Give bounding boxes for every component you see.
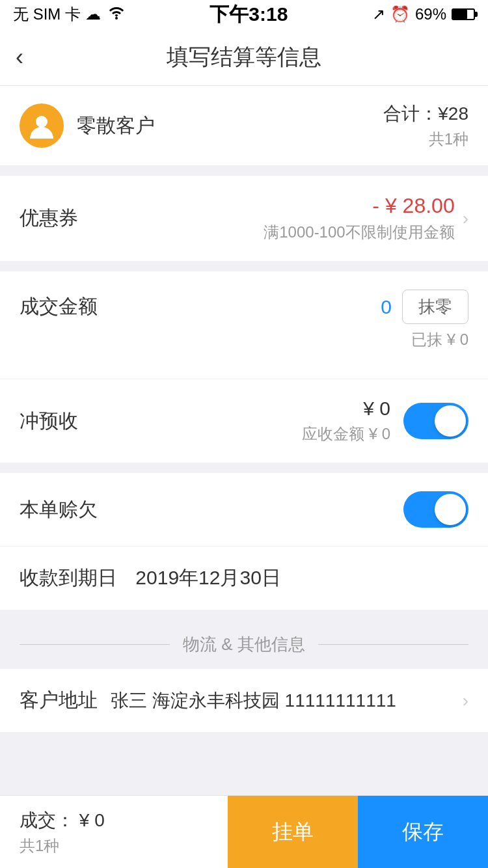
status-right: ↗ ⏰ 69%: [372, 5, 475, 23]
bottom-deal-value: ¥ 0: [79, 810, 105, 830]
customer-count: 共1种: [383, 129, 468, 150]
customer-summary: 合计：¥28 共1种: [383, 102, 468, 150]
customer-name: 零散客户: [77, 113, 155, 139]
due-date-label: 收款到期日: [20, 567, 117, 588]
due-date-content: 收款到期日 2019年12月30日: [20, 565, 468, 591]
bottom-bar: 成交： ¥ 0 共1种 挂单 保存: [0, 795, 488, 868]
battery-percent: 69%: [415, 5, 446, 23]
status-left: 无 SIM 卡 ☁: [13, 4, 126, 25]
coupon-row[interactable]: 优惠券 - ¥ 28.00 满1000-100不限制使用金额 ›: [0, 176, 488, 261]
content: 零散客户 合计：¥28 共1种 优惠券 - ¥ 28.00 满1000-100不…: [0, 86, 488, 810]
coupon-amount: - ¥ 28.00: [264, 194, 454, 218]
prepay-label: 冲预收: [20, 408, 78, 435]
avatar: [20, 103, 64, 148]
address-chevron-icon: ›: [463, 690, 468, 711]
customer-row: 零散客户 合计：¥28 共1种: [0, 86, 488, 165]
debt-row: 本单赊欠: [0, 473, 488, 546]
chevron-right-icon: ›: [463, 208, 468, 229]
logistics-divider: 物流 & 其他信息: [0, 620, 488, 669]
bottom-deal-label: 成交：: [20, 810, 74, 830]
prepay-row: 冲预收 ¥ 0 应收金额 ¥ 0: [0, 379, 488, 463]
round-zero-button[interactable]: 抹零: [402, 290, 468, 324]
prepay-right: ¥ 0 应收金额 ¥ 0: [302, 398, 468, 444]
coupon-right: - ¥ 28.00 满1000-100不限制使用金额: [264, 194, 454, 243]
svg-point-0: [115, 17, 118, 20]
coupon-desc: 满1000-100不限制使用金额: [264, 222, 454, 243]
debt-label: 本单赊欠: [20, 496, 98, 523]
nav-bar: ‹ 填写结算等信息: [0, 29, 488, 86]
debt-toggle-knob: [435, 494, 466, 525]
deal-amount-section: 成交金额 0 抹零 已抹 ¥ 0 冲预收 ¥ 0 应收金额 ¥ 0: [0, 271, 488, 463]
deal-amount-label: 成交金额: [20, 293, 98, 320]
status-bar: 无 SIM 卡 ☁ 下午3:18 ↗ ⏰ 69%: [0, 0, 488, 29]
address-label: 客户地址: [20, 687, 98, 714]
address-value: 张三 海淀永丰科技园 11111111111: [111, 688, 463, 713]
bottom-info: 成交： ¥ 0 共1种: [0, 808, 228, 856]
bottom-count: 共1种: [20, 835, 208, 856]
bottom-deal-row: 成交： ¥ 0: [20, 808, 208, 833]
page-title: 填写结算等信息: [167, 42, 321, 72]
divider-text: 物流 & 其他信息: [183, 633, 305, 656]
status-time: 下午3:18: [210, 1, 288, 28]
prepay-amounts: ¥ 0 应收金额 ¥ 0: [302, 398, 390, 444]
wifi-icon: [107, 5, 126, 23]
sim-label: 无 SIM 卡 ☁: [13, 4, 101, 25]
prepay-receivable: 应收金额 ¥ 0: [302, 424, 390, 444]
svg-point-1: [36, 116, 47, 128]
deal-row: 成交金额 0 抹零: [20, 290, 468, 324]
divider-line-right: [318, 644, 468, 645]
hold-button[interactable]: 挂单: [228, 796, 358, 869]
customer-left: 零散客户: [20, 103, 155, 148]
deal-sub-text: 已抹 ¥ 0: [20, 329, 468, 350]
prepay-value: ¥ 0: [302, 398, 390, 420]
due-date-value: 2019年12月30日: [135, 567, 280, 588]
coupon-label: 优惠券: [20, 205, 78, 232]
due-date-section[interactable]: 收款到期日 2019年12月30日: [0, 546, 488, 610]
save-button[interactable]: 保存: [358, 796, 488, 869]
address-section[interactable]: 客户地址 张三 海淀永丰科技园 11111111111 ›: [0, 669, 488, 732]
debt-section: 本单赊欠 收款到期日 2019年12月30日: [0, 473, 488, 610]
debt-toggle[interactable]: [403, 491, 468, 528]
alarm-icon: ⏰: [390, 5, 410, 23]
toggle-knob: [435, 405, 466, 437]
back-button[interactable]: ‹: [16, 44, 23, 71]
location-icon: ↗: [372, 5, 385, 23]
deal-amount-value: 0: [381, 296, 392, 318]
battery-icon: [452, 8, 475, 20]
customer-total: 合计：¥28: [383, 102, 468, 126]
prepay-toggle[interactable]: [403, 403, 468, 439]
divider-line-left: [20, 644, 170, 645]
deal-row-container: 成交金额 0 抹零 已抹 ¥ 0: [0, 271, 488, 368]
deal-right: 0 抹零: [381, 290, 468, 324]
